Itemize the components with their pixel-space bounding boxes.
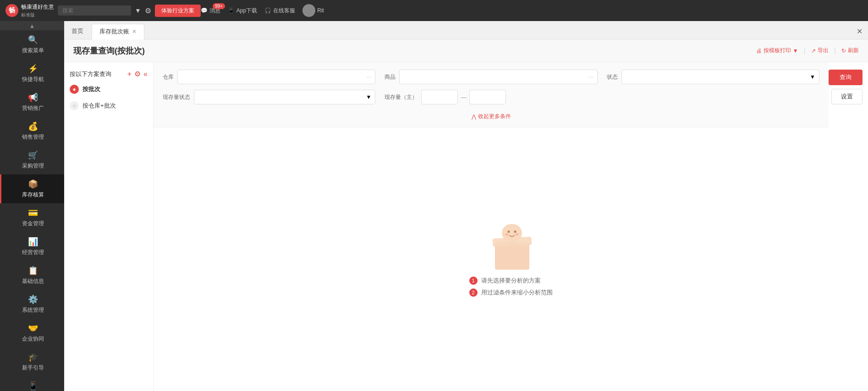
filter-group-stock-quantity: 现存量（主） — bbox=[385, 90, 597, 104]
tab-inventory-batch[interactable]: 库存批次账 ✕ bbox=[92, 24, 144, 39]
sidebar-item-label: 企业协同 bbox=[22, 335, 44, 343]
app-download-btn[interactable]: 📱 App下载 bbox=[228, 7, 257, 15]
tab-close-all-btn[interactable]: ✕ bbox=[851, 23, 868, 39]
plan-inactive-icon: ○ bbox=[70, 101, 79, 110]
filter-row-2: 现存量状态 ▼ 现存量（主） bbox=[163, 90, 819, 104]
sidebar-item-search-menu[interactable]: 🔍 搜索菜单 bbox=[0, 30, 64, 59]
header-settings-btn[interactable]: ⚙ bbox=[145, 6, 151, 15]
warehouse-input[interactable]: ··· bbox=[177, 70, 375, 84]
tab-close-btn[interactable]: ✕ bbox=[132, 28, 137, 35]
search-input[interactable] bbox=[58, 5, 131, 16]
sidebar-item-apps[interactable]: 📱 应用中心 bbox=[0, 376, 64, 391]
plan-label-by-warehouse-batch: 按仓库+批次 bbox=[82, 102, 116, 110]
collapse-btn[interactable]: ⋀ 收起更多条件 bbox=[163, 110, 819, 123]
product-more-icon: ··· bbox=[589, 74, 593, 80]
print-icon: 🖨 bbox=[756, 48, 762, 54]
sidebar-item-marketing[interactable]: 📢 营销推广 bbox=[0, 88, 64, 117]
plan-add-btn[interactable]: + bbox=[127, 70, 132, 78]
logo-area: 畅 畅康通好生意 标准版 bbox=[5, 3, 54, 18]
left-panel-actions: + ⚙ « bbox=[127, 70, 148, 78]
messages-badge: 99+ bbox=[213, 3, 225, 9]
header-right: 💬 消息 99+ 📱 App下载 🎧 在线客服 Rit bbox=[201, 4, 324, 17]
status-select[interactable]: ▼ bbox=[621, 70, 819, 84]
refresh-btn[interactable]: ↻ 刷新 bbox=[841, 47, 859, 54]
system-icon: ⚙️ bbox=[28, 294, 38, 304]
sidebar-item-enterprise[interactable]: 🤝 企业协同 bbox=[0, 319, 64, 348]
online-service-btn[interactable]: 🎧 在线客服 bbox=[264, 7, 295, 15]
enterprise-icon: 🤝 bbox=[28, 323, 38, 333]
tab-home-label: 首页 bbox=[71, 27, 83, 35]
purchase-icon: 🛒 bbox=[28, 150, 38, 160]
sidebar: ▲ 🔍 搜索菜单 ⚡ 快捷导航 📢 营销推广 💰 销售管理 🛒 采购管理 📦 库… bbox=[0, 21, 64, 391]
user-name: Rit bbox=[317, 7, 324, 14]
sidebar-item-purchase[interactable]: 🛒 采购管理 bbox=[0, 146, 64, 174]
hint-2-num: 2 bbox=[469, 288, 478, 297]
status-dropdown-icon: ▼ bbox=[810, 74, 815, 80]
filter-group-warehouse: 仓库 ··· bbox=[163, 70, 375, 84]
separator: | bbox=[804, 47, 806, 55]
sidebar-item-operation[interactable]: 📊 经营管理 bbox=[0, 232, 64, 261]
status-label: 状态 bbox=[607, 73, 618, 81]
stock-status-select[interactable]: ▼ bbox=[194, 90, 375, 104]
stock-quantity-min[interactable] bbox=[421, 90, 458, 104]
sales-icon: 💰 bbox=[28, 121, 38, 131]
print-btn[interactable]: 🖨 按模板打印 ▼ bbox=[756, 47, 798, 54]
left-panel-header: 按以下方案查询 + ⚙ « bbox=[64, 67, 153, 81]
page-actions: 🖨 按模板打印 ▼ | ↗ 导出 | ↻ 刷新 bbox=[756, 47, 859, 55]
print-dropdown-icon: ▼ bbox=[793, 48, 798, 54]
range-separator: — bbox=[461, 94, 467, 101]
plan-settings-btn[interactable]: ⚙ bbox=[134, 70, 141, 78]
top-header: 畅 畅康通好生意 标准版 ▼ ⚙ 体验行业方案 💬 消息 99+ 📱 App下载… bbox=[0, 0, 868, 21]
query-btn[interactable]: 查询 bbox=[829, 70, 863, 85]
sidebar-item-quick-nav[interactable]: ⚡ 快捷导航 bbox=[0, 59, 64, 88]
messages-btn[interactable]: 💬 消息 99+ bbox=[201, 7, 220, 15]
sidebar-item-label: 资金管理 bbox=[22, 220, 44, 228]
sidebar-item-label: 新手引导 bbox=[22, 364, 44, 372]
plan-label-by-batch: 按批次 bbox=[82, 85, 100, 93]
logo-icon: 畅 bbox=[5, 4, 18, 17]
plan-item-by-batch[interactable]: ● 按批次 bbox=[64, 81, 153, 98]
main-layout: ▲ 🔍 搜索菜单 ⚡ 快捷导航 📢 营销推广 💰 销售管理 🛒 采购管理 📦 库… bbox=[0, 21, 868, 391]
page-title: 现存量查询(按批次) bbox=[73, 45, 756, 56]
tab-home[interactable]: 首页 bbox=[64, 23, 91, 39]
sidebar-item-system[interactable]: ⚙️ 系统管理 bbox=[0, 290, 64, 319]
hint-1-text: 请先选择要分析的方案 bbox=[481, 277, 541, 285]
sidebar-scroll-up[interactable]: ▲ bbox=[0, 21, 64, 30]
finance-icon: 💳 bbox=[28, 208, 38, 218]
empty-state: 1 请先选择要分析的方案 2 用过滤条件来缩小分析范围 bbox=[154, 127, 868, 391]
marketing-icon: 📢 bbox=[28, 92, 38, 103]
plan-item-by-warehouse-batch[interactable]: ○ 按仓库+批次 bbox=[64, 98, 153, 114]
left-panel-title: 按以下方案查询 bbox=[70, 70, 111, 78]
empty-hint-2: 2 用过滤条件来缩小分析范围 bbox=[469, 288, 553, 297]
sidebar-item-sales[interactable]: 💰 销售管理 bbox=[0, 117, 64, 146]
filter-settings-btn[interactable]: 设置 bbox=[831, 89, 863, 104]
page-header: 现存量查询(按批次) 🖨 按模板打印 ▼ | ↗ 导出 | ↻ bbox=[64, 39, 868, 62]
filter-row-1: 仓库 ··· 商品 ··· bbox=[163, 70, 819, 84]
newbie-icon: 🎓 bbox=[28, 352, 38, 362]
sidebar-item-inventory[interactable]: 📦 库存核算 bbox=[0, 174, 64, 203]
sidebar-item-label: 基础信息 bbox=[22, 277, 44, 285]
tab-inventory-batch-label: 库存批次账 bbox=[99, 27, 129, 36]
sidebar-item-basics[interactable]: 📋 基础信息 bbox=[0, 261, 64, 290]
basics-icon: 📋 bbox=[28, 266, 38, 276]
product-input[interactable]: ··· bbox=[399, 70, 597, 84]
user-area[interactable]: Rit bbox=[302, 4, 324, 17]
search-dropdown-btn[interactable]: ▼ bbox=[135, 7, 141, 14]
export-btn[interactable]: ↗ 导出 bbox=[811, 47, 829, 54]
trial-btn[interactable]: 体验行业方案 bbox=[155, 5, 201, 17]
filter-group-status: 状态 ▼ bbox=[607, 70, 819, 84]
warehouse-more-icon: ··· bbox=[367, 74, 371, 80]
sidebar-item-newbie[interactable]: 🎓 新手引导 bbox=[0, 348, 64, 376]
sidebar-item-finance[interactable]: 💳 资金管理 bbox=[0, 203, 64, 232]
filter-group-stock-status: 现存量状态 ▼ bbox=[163, 90, 375, 104]
filter-group-product: 商品 ··· bbox=[385, 70, 597, 84]
svg-point-6 bbox=[515, 234, 519, 236]
btn-group: 查询 设置 bbox=[829, 62, 868, 104]
sidebar-item-label: 系统管理 bbox=[22, 306, 44, 314]
stock-quantity-max[interactable] bbox=[469, 90, 506, 104]
quick-nav-icon: ⚡ bbox=[28, 64, 38, 74]
plan-collapse-btn[interactable]: « bbox=[143, 70, 148, 78]
export-icon: ↗ bbox=[811, 48, 816, 54]
product-label: 商品 bbox=[385, 73, 396, 81]
svg-point-2 bbox=[502, 224, 522, 242]
